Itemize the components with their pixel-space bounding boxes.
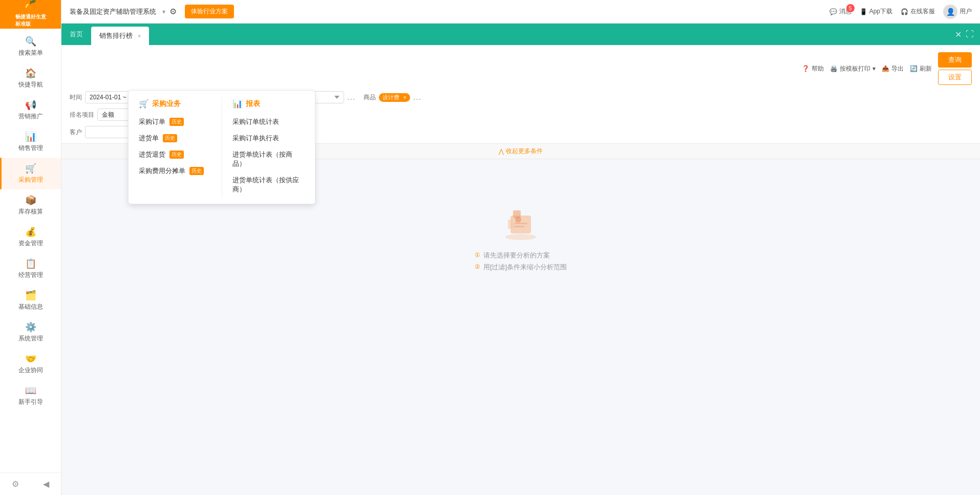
online-service-action[interactable]: 🎧 在线客服 [901, 7, 935, 16]
svg-rect-5 [514, 226, 524, 227]
logo-text: 畅捷通好生意 标准版 [15, 13, 46, 28]
svg-point-3 [515, 217, 521, 223]
history-tag-3: 历史 [189, 167, 204, 175]
sidebar-item-sales[interactable]: 📊 销售管理 [0, 126, 61, 158]
menu-item-order-stat[interactable]: 采购订单统计表 [228, 114, 309, 130]
sidebar-collapse-button[interactable]: ◀ [43, 479, 49, 489]
sidebar-item-inventory[interactable]: 📦 库存核算 [0, 189, 61, 221]
sidebar-item-operations[interactable]: 📋 经营管理 [0, 253, 61, 285]
query-button[interactable]: 查询 [938, 52, 972, 68]
export-button[interactable]: 📤 导出 [882, 64, 904, 73]
purchase-col-icon: 🛒 [139, 99, 149, 109]
sidebar-nav: 🔍 搜索菜单 🏠 快捷导航 📢 营销推广 📊 销售管理 🛒 采购管理 📦 库存核… [0, 29, 61, 472]
sidebar-item-purchase[interactable]: 🛒 采购管理 [0, 158, 61, 189]
report-col-title: 📊 报表 [228, 97, 309, 114]
operations-icon: 📋 [25, 258, 36, 269]
finance-icon: 💰 [25, 226, 36, 238]
menu-item-receipt-by-goods[interactable]: 进货单统计表（按商品） [228, 146, 309, 172]
goods-label: 商品 [364, 93, 376, 102]
history-tag-0: 历史 [169, 118, 184, 126]
sidebar-item-finance[interactable]: 💰 资金管理 [0, 221, 61, 253]
marketing-icon: 📢 [25, 99, 36, 111]
svg-point-0 [505, 234, 536, 240]
customer-label: 客户 [70, 128, 82, 137]
goods-dots[interactable]: ... [413, 93, 421, 102]
sales-icon: 📊 [25, 131, 36, 142]
help-icon: ❓ [802, 65, 809, 72]
report-col-icon: 📊 [232, 99, 243, 109]
svg-rect-4 [514, 223, 527, 224]
doc-status-dots[interactable]: ... [347, 93, 355, 102]
tip-num-1: ① [475, 250, 480, 261]
search-icon: 🔍 [25, 36, 36, 47]
tab-bar-right: ✕ ⛶ [955, 24, 980, 45]
print-button[interactable]: 🖨️ 按模板打印 ▾ [830, 64, 876, 73]
sidebar: 🍊 畅捷通好生意 标准版 🔍 搜索菜单 🏠 快捷导航 📢 营销推广 📊 销售管理… [0, 0, 61, 495]
empty-tip: ① 请先选择要分析的方案 ② 用[过滤]条件来缩小分析范围 [475, 249, 567, 273]
app-download-action[interactable]: 📱 App下载 [860, 7, 892, 16]
svg-rect-6 [508, 220, 513, 229]
sidebar-item-quick[interactable]: 🏠 快捷导航 [0, 62, 61, 94]
menu-item-goods-return[interactable]: 进货退货 历史 [135, 146, 216, 163]
sidebar-settings-button[interactable]: ⚙ [12, 479, 19, 489]
message-action[interactable]: 💬 消息 5 [829, 7, 851, 16]
date-label: 时间 [70, 93, 82, 102]
headset-icon: 🎧 [901, 8, 908, 15]
filter-toolbar: ❓ 帮助 🖨️ 按模板打印 ▾ 📤 导出 🔄 刷新 查询 [70, 52, 972, 85]
export-icon: 📤 [882, 65, 889, 72]
purchase-menu-col: 🛒 采购业务 采购订单 历史 进货单 历史 进货退货 历史 采购费用分摊单 [129, 97, 222, 198]
industry-btn[interactable]: 体验行业方案 [185, 5, 234, 18]
message-badge: 5 [846, 4, 855, 12]
main-area: 装备及固定资产辅助管理系统 ▾ ⚙ 体验行业方案 💬 消息 5 📱 App下载 … [61, 0, 980, 495]
header-settings-icon[interactable]: ⚙ [169, 7, 177, 16]
print-icon: 🖨️ [830, 65, 838, 72]
sidebar-item-coop[interactable]: 🤝 企业协同 [0, 348, 61, 380]
goods-tag[interactable]: 设计费 × [379, 93, 410, 102]
avatar: 👤 [943, 5, 957, 19]
system-title[interactable]: 装备及固定资产辅助管理系统 [70, 7, 156, 16]
content-area: ❓ 帮助 🖨️ 按模板打印 ▾ 📤 导出 🔄 刷新 查询 [61, 45, 980, 495]
tab-close-icon[interactable]: ✕ [955, 30, 962, 39]
tab-close-button[interactable]: × [138, 33, 141, 39]
menu-item-receipt-by-supplier[interactable]: 进货单统计表（按供应商） [228, 172, 309, 198]
coop-icon: 🤝 [25, 353, 36, 364]
menu-item-order-exec[interactable]: 采购订单执行表 [228, 130, 309, 146]
tab-home[interactable]: 首页 [61, 24, 91, 45]
menu-item-purchase-order[interactable]: 采购订单 历史 [135, 114, 216, 130]
report-menu-col: 📊 报表 采购订单统计表 采购订单执行表 进货单统计表（按商品） 进货单统计表（… [222, 97, 315, 198]
print-dropdown-arrow[interactable]: ▾ [872, 65, 876, 72]
user-action[interactable]: 👤 用户 [943, 5, 972, 19]
refresh-button[interactable]: 🔄 刷新 [910, 64, 932, 73]
goods-tag-close[interactable]: × [403, 94, 406, 100]
help-button[interactable]: ❓ 帮助 [802, 64, 824, 73]
empty-illustration [495, 200, 546, 241]
sidebar-item-basic[interactable]: 🗂️ 基础信息 [0, 285, 61, 316]
purchase-col-title: 🛒 采购业务 [135, 97, 216, 114]
tab-maximize-icon[interactable]: ⛶ [966, 30, 974, 39]
tab-sales-rank[interactable]: 销售排行榜 × [91, 27, 149, 45]
purchase-icon: 🛒 [25, 163, 36, 174]
menu-item-purchase-expense[interactable]: 采购费用分摊单 历史 [135, 163, 216, 179]
history-tag-2: 历史 [169, 150, 184, 159]
sidebar-item-search[interactable]: 🔍 搜索菜单 [0, 31, 61, 62]
empty-tip-item-1: ① 请先选择要分析的方案 [475, 249, 567, 261]
tab-bar: 首页 销售排行榜 × ✕ ⛶ [61, 24, 980, 45]
logo-icon: 🍊 [24, 1, 37, 12]
sidebar-logo: 🍊 畅捷通好生意 标准版 [0, 0, 61, 29]
settings-button[interactable]: 设置 [938, 70, 972, 85]
header-actions: 💬 消息 5 📱 App下载 🎧 在线客服 👤 用户 [829, 5, 972, 19]
system-dropdown-arrow[interactable]: ▾ [162, 8, 165, 15]
home-icon: 🏠 [25, 68, 36, 79]
empty-tip-item-2: ② 用[过滤]条件来缩小分析范围 [475, 261, 567, 273]
menu-item-goods-receipt[interactable]: 进货单 历史 [135, 130, 216, 146]
sidebar-item-marketing[interactable]: 📢 营销推广 [0, 94, 61, 126]
sidebar-item-guide[interactable]: 📖 新手引导 [0, 380, 61, 412]
basic-icon: 🗂️ [25, 290, 36, 301]
guide-icon: 📖 [25, 385, 36, 396]
collapse-arrow-icon: ⋀ [499, 148, 504, 155]
refresh-icon: 🔄 [910, 65, 918, 72]
sidebar-footer: ⚙ ◀ [0, 472, 61, 495]
dropdown-menu: 🛒 采购业务 采购订单 历史 进货单 历史 进货退货 历史 采购费用分摊单 [128, 90, 315, 204]
sidebar-item-system[interactable]: ⚙️ 系统管理 [0, 316, 61, 348]
history-tag-1: 历史 [163, 134, 177, 142]
